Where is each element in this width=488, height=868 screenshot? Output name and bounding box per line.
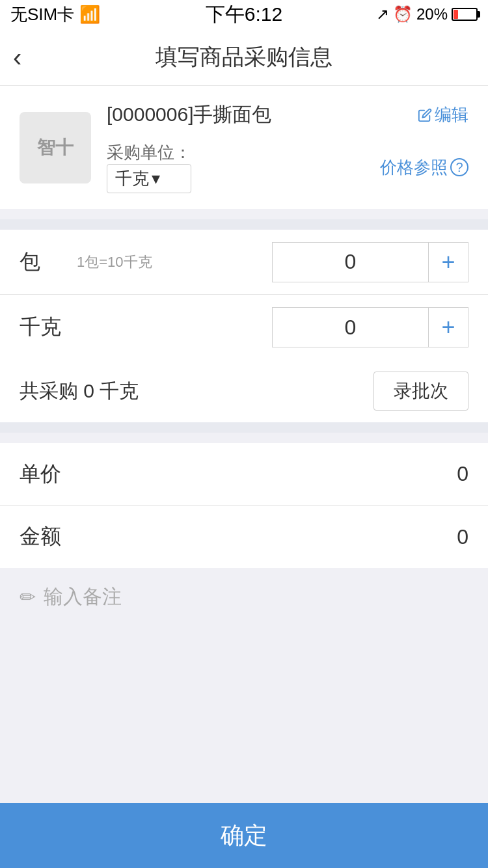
page-title: 填写商品采购信息 <box>156 42 332 72</box>
product-name: [0000006]手撕面包 <box>107 102 271 128</box>
bao-label: 包 <box>20 248 72 277</box>
product-card: 智十 [0000006]手撕面包 编辑 采购单位： 千克 ▾ 价格参照 ? <box>0 86 488 209</box>
summary-text: 共采购 0 千克 <box>20 378 139 405</box>
edit-button[interactable]: 编辑 <box>418 103 468 126</box>
section-divider-2 <box>0 422 488 433</box>
bao-sublabel: 1包=10千克 <box>77 252 152 272</box>
product-info: [0000006]手撕面包 编辑 采购单位： 千克 ▾ 价格参照 ? <box>107 102 468 193</box>
kg-input-right: + <box>272 307 468 347</box>
remark-placeholder: 输入备注 <box>44 584 122 610</box>
info-icon: ? <box>450 158 468 176</box>
price-ref-label: 价格参照 <box>380 156 448 179</box>
unit-dropdown[interactable]: 千克 ▾ <box>107 164 191 193</box>
kg-label: 千克 <box>20 313 72 342</box>
battery-pct: 20% <box>416 5 448 23</box>
kg-plus-button[interactable]: + <box>428 307 468 347</box>
unit-price-label: 单价 <box>20 460 61 489</box>
product-image-text: 智十 <box>37 135 74 160</box>
kg-input[interactable] <box>272 307 428 347</box>
alarm-icon: ⏰ <box>393 5 413 23</box>
amount-row: 金额 0 <box>0 506 488 568</box>
unit-label: 采购单位： <box>107 142 191 162</box>
wifi-icon: 📶 <box>79 5 100 25</box>
kg-input-row: 千克 + <box>0 295 488 360</box>
pencil-icon: ✏ <box>20 586 36 608</box>
input-section: 包 1包=10千克 + 千克 + <box>0 230 488 360</box>
confirm-button[interactable]: 确定 <box>0 803 488 868</box>
battery-icon <box>452 8 478 21</box>
amount-label: 金额 <box>20 522 61 551</box>
unit-price-value: 0 <box>457 462 468 486</box>
nav-bar: ‹ 填写商品采购信息 <box>0 29 488 86</box>
amount-value: 0 <box>457 525 468 549</box>
batch-button[interactable]: 录批次 <box>373 372 468 411</box>
product-image: 智十 <box>20 112 91 183</box>
price-section: 单价 0 金额 0 <box>0 443 488 568</box>
product-header: [0000006]手撕面包 编辑 <box>107 102 468 128</box>
unit-selector: 采购单位： 千克 ▾ <box>107 141 191 193</box>
remark-input[interactable]: ✏ 输入备注 <box>20 584 468 610</box>
status-bar: 无SIM卡 📶 下午6:12 ↗ ⏰ 20% <box>0 0 488 29</box>
summary-row: 共采购 0 千克 录批次 <box>0 360 488 422</box>
product-unit-row: 采购单位： 千克 ▾ 价格参照 ? <box>107 141 468 193</box>
bao-plus-button[interactable]: + <box>428 242 468 282</box>
bao-input-right: + <box>272 242 468 282</box>
remark-section: ✏ 输入备注 <box>0 568 488 626</box>
bao-input[interactable] <box>272 242 428 282</box>
unit-price-row: 单价 0 <box>0 443 488 506</box>
section-divider-1 <box>0 219 488 230</box>
unit-value: 千克 <box>115 167 149 190</box>
status-time: 下午6:12 <box>206 1 282 28</box>
carrier-text: 无SIM卡 <box>10 3 74 26</box>
location-icon: ↗ <box>376 5 389 23</box>
chevron-down-icon: ▾ <box>152 169 160 189</box>
back-button[interactable]: ‹ <box>13 44 21 70</box>
price-reference-button[interactable]: 价格参照 ? <box>380 156 468 179</box>
bao-input-row: 包 1包=10千克 + <box>0 230 488 295</box>
status-left: 无SIM卡 📶 <box>10 3 100 26</box>
spacer <box>0 626 488 803</box>
status-right: ↗ ⏰ 20% <box>376 5 478 23</box>
confirm-label: 确定 <box>221 820 267 852</box>
